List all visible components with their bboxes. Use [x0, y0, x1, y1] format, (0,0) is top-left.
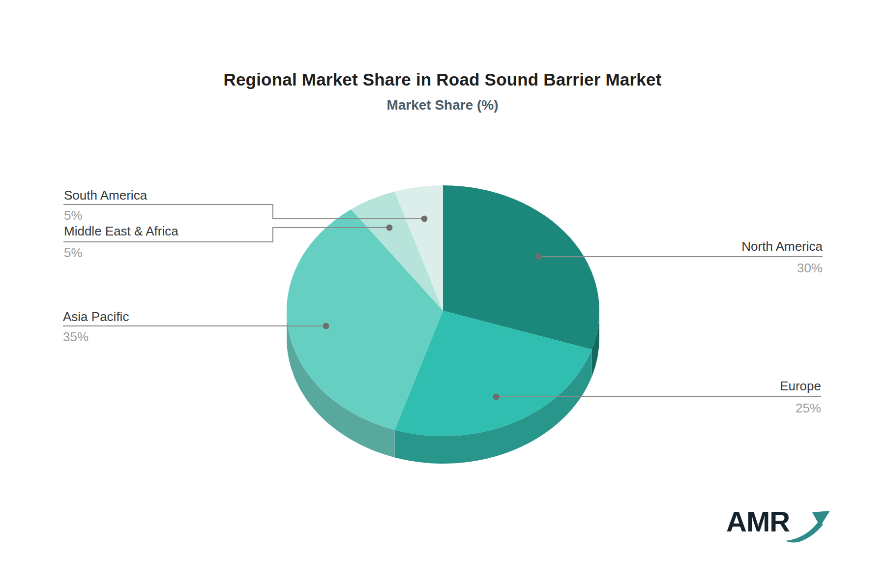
- label-south-america: South America: [64, 188, 147, 202]
- leader-dot-asia-pacific: [323, 323, 329, 329]
- pct-europe: 25%: [796, 401, 821, 415]
- leader-dot-middle-east-africa: [386, 225, 393, 231]
- leader-dot-north-america: [536, 254, 542, 260]
- leader-dot-south-america: [421, 216, 428, 222]
- pct-south-america: 5%: [64, 208, 83, 222]
- pie-chart-svg: [0, 0, 885, 588]
- pct-north-america: 30%: [797, 261, 823, 275]
- amr-logo-text: AMR: [726, 507, 790, 536]
- label-north-america: North America: [741, 239, 823, 253]
- leader-dot-europe: [493, 394, 500, 400]
- pct-middle-east-africa: 5%: [64, 246, 83, 260]
- amr-logo-arrow-icon: [784, 504, 838, 544]
- label-europe: Europe: [780, 379, 821, 393]
- chart-canvas: Regional Market Share in Road Sound Barr…: [0, 0, 885, 588]
- amr-logo: AMR: [726, 507, 825, 552]
- pct-asia-pacific: 35%: [63, 330, 88, 344]
- label-middle-east-africa: Middle East & Africa: [64, 224, 178, 238]
- label-asia-pacific: Asia Pacific: [63, 310, 129, 323]
